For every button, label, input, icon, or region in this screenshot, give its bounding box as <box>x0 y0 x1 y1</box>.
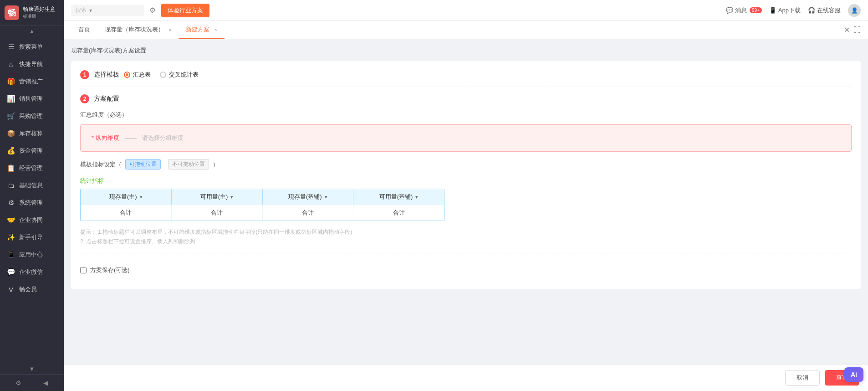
indicator-label-row: 模板指标设定（ 可拖动位置 不可拖动位置 ） <box>80 159 852 170</box>
tab-home[interactable]: 首页 <box>71 21 97 39</box>
cell-2: 合计 <box>172 205 263 221</box>
sidebar-item-purchase[interactable]: 🛒 采购管理 <box>0 108 64 125</box>
tab-window-expand[interactable]: ⛶ <box>853 26 861 34</box>
message-btn[interactable]: 💬 消息 99+ <box>726 6 762 15</box>
search-menu-icon: ☰ <box>6 43 15 51</box>
settings-icon[interactable]: ⚙ <box>15 379 21 386</box>
radio-summary[interactable]: 汇总表 <box>124 71 151 79</box>
tab-new-scheme[interactable]: 新建方案 × <box>179 21 224 39</box>
tab-new-scheme-close[interactable]: × <box>214 27 217 32</box>
radio-cross-dot <box>160 72 166 78</box>
tab-new-scheme-label: 新建方案 <box>186 26 209 34</box>
cell-3: 合计 <box>263 205 354 221</box>
divider-1 <box>80 87 852 87</box>
indicator-label-prefix: 模板指标设定（ <box>80 160 122 169</box>
col-dropdown-1[interactable]: ▾ <box>140 194 143 200</box>
sidebar-item-label: 资金管理 <box>19 147 43 155</box>
topbar-dropdown-icon[interactable]: ▾ <box>89 7 92 14</box>
tab-window-close[interactable]: ✕ <box>844 26 850 34</box>
sidebar-scroll-down[interactable]: ▼ <box>0 364 64 374</box>
app-download-btn[interactable]: 📱 App下载 <box>769 6 801 15</box>
col-available-main[interactable]: 可用量(主) ▾ <box>172 189 263 205</box>
user-avatar[interactable]: 👤 <box>848 4 861 17</box>
sidebar-item-guide[interactable]: ✨ 新手引导 <box>0 229 64 246</box>
finance-icon: 💰 <box>6 147 15 155</box>
dim-dash: —— <box>125 135 137 142</box>
sidebar-item-label: 采购管理 <box>19 112 43 120</box>
sidebar-item-search-menu[interactable]: ☰ 搜索菜单 <box>0 38 64 56</box>
sidebar-item-finance[interactable]: 💰 资金管理 <box>0 142 64 159</box>
sidebar-footer: ⚙ ◀ <box>0 374 64 391</box>
sidebar-item-biz[interactable]: 📋 经营管理 <box>0 159 64 177</box>
message-label: 消息 <box>735 6 747 15</box>
sidebar-item-member[interactable]: V 畅会员 <box>0 281 64 298</box>
tab-inventory-status[interactable]: 现存量（库存状况表） × <box>97 21 179 39</box>
col-available-sub[interactable]: 可用量(基辅) ▾ <box>353 189 444 205</box>
sidebar-item-marketing[interactable]: 🎁 营销推广 <box>0 73 64 90</box>
col-dropdown-2[interactable]: ▾ <box>230 194 233 200</box>
search-placeholder: 搜索 <box>76 6 87 14</box>
col-inventory-sub-label: 现存量(基辅) <box>288 193 322 201</box>
sidebar-item-quick-nav[interactable]: ⌂ 快捷导航 <box>0 56 64 73</box>
cancel-button[interactable]: 取消 <box>785 370 820 386</box>
tabs-bar: 首页 现存量（库存状况表） × 新建方案 × ✕ ⛶ <box>64 21 868 39</box>
tips-section: 提示： 1.拖动标题栏可以调整布局，不可跨维度或指标区域拖动栏目字段(只能在同一… <box>80 228 852 246</box>
topbar: 搜索 ▾ ⚙ 体验行业方案 💬 消息 99+ 📱 App下载 🎧 在线客服 👤 <box>64 0 868 21</box>
sidebar-item-contract[interactable]: 🤝 企业协同 <box>0 211 64 229</box>
col-inventory-sub[interactable]: 现存量(基辅) ▾ <box>263 189 354 205</box>
sidebar-scroll-up[interactable]: ▲ <box>0 26 64 36</box>
dim-placeholder: 请选择分组维度 <box>142 134 184 142</box>
save-option: 方案保存(可选) <box>80 261 852 280</box>
radio-cross-label: 交叉统计表 <box>169 71 199 79</box>
sidebar-item-label: 应用中心 <box>19 251 43 259</box>
step2-header: 2 方案配置 <box>80 94 852 103</box>
col-dropdown-4[interactable]: ▾ <box>415 194 418 200</box>
sidebar-item-inventory[interactable]: 📦 库存核算 <box>0 125 64 142</box>
sidebar-item-app[interactable]: 📱 应用中心 <box>0 246 64 263</box>
topbar-right: 💬 消息 99+ 📱 App下载 🎧 在线客服 👤 <box>726 4 861 17</box>
sidebar-item-wechat[interactable]: 💬 企业微信 <box>0 263 64 281</box>
topbar-gear-icon[interactable]: ⚙ <box>149 6 156 15</box>
stats-data-row: 合计 合计 合计 合计 <box>81 205 444 221</box>
indicator-settings: 模板指标设定（ 可拖动位置 不可拖动位置 ） <box>80 159 852 170</box>
col-inventory-main-label: 现存量(主) <box>109 193 137 201</box>
dimension-box: * 纵向维度 —— 请选择分组维度 <box>80 124 852 152</box>
save-option-label: 方案保存(可选) <box>90 266 130 274</box>
trial-button[interactable]: 体验行业方案 <box>161 4 209 17</box>
col-available-main-label: 可用量(主) <box>200 193 228 201</box>
message-icon: 💬 <box>726 7 733 14</box>
ai-badge[interactable]: Ai <box>844 367 863 382</box>
sidebar-item-label: 新手引导 <box>19 233 43 242</box>
topbar-search[interactable]: 搜索 ▾ <box>71 5 144 16</box>
sound-icon[interactable]: ◀ <box>43 379 48 386</box>
cell-1: 合计 <box>81 205 172 221</box>
page-title: 现存量(库存状况表)方案设置 <box>71 46 861 55</box>
sidebar-item-label: 库存核算 <box>19 129 43 138</box>
sidebar-item-sales[interactable]: 📊 销售管理 <box>0 90 64 108</box>
col-dropdown-3[interactable]: ▾ <box>325 194 327 200</box>
online-service-btn[interactable]: 🎧 在线客服 <box>808 6 841 15</box>
app-icon: 📱 <box>6 251 15 259</box>
sidebar-item-system[interactable]: ⚙ 系统管理 <box>0 194 64 211</box>
col-inventory-main[interactable]: 现存量(主) ▾ <box>81 189 172 205</box>
tab-inventory-close[interactable]: × <box>168 27 171 32</box>
step1-header: 1 选择模板 汇总表 交叉统计表 <box>80 70 852 79</box>
quick-nav-icon: ⌂ <box>6 61 15 68</box>
member-icon: V <box>6 286 15 293</box>
footer-bar: 取消 查询 <box>64 364 868 391</box>
sidebar-item-label: 基础信息 <box>19 181 43 190</box>
cell-4: 合计 <box>353 205 444 221</box>
sidebar-item-label: 销售管理 <box>19 95 43 103</box>
non-draggable-badge: 不可拖动位置 <box>168 159 209 170</box>
save-checkbox[interactable] <box>80 267 87 273</box>
radio-cross[interactable]: 交叉统计表 <box>160 71 199 79</box>
sidebar-item-label: 企业协同 <box>19 216 43 224</box>
sidebar-logo: 畅 畅康通好生意 标准版 <box>0 0 64 26</box>
stats-header-row: 现存量(主) ▾ 可用量(主) ▾ 现存量(基辅) ▾ 可用量(基辅) ▾ <box>81 189 444 205</box>
sidebar-item-label: 经营管理 <box>19 164 43 172</box>
system-icon: ⚙ <box>6 199 15 207</box>
online-service-label: 在线客服 <box>817 6 841 15</box>
sidebar-item-base[interactable]: 🗂 基础信息 <box>0 177 64 194</box>
guide-icon: ✨ <box>6 233 15 242</box>
tip-1: 提示： 1.拖动标题栏可以调整布局，不可跨维度或指标区域拖动栏目字段(只能在同一… <box>80 228 852 236</box>
